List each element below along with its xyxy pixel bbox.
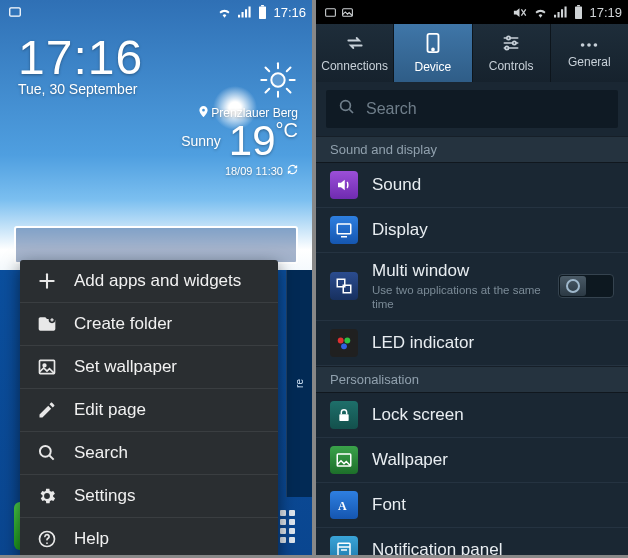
row-label: Lock screen <box>372 405 614 425</box>
menu-item-label: Help <box>74 529 109 549</box>
tab-label: Connections <box>321 59 388 73</box>
multi-window-toggle[interactable] <box>558 274 614 298</box>
svg-line-10 <box>266 89 270 93</box>
tab-general[interactable]: General <box>551 24 628 82</box>
sliders-icon <box>500 33 522 56</box>
homescreen-context-menu: Add apps and widgets Create folder Set w… <box>20 260 278 555</box>
row-font[interactable]: A Font <box>316 483 628 528</box>
tab-controls[interactable]: Controls <box>473 24 551 82</box>
battery-icon <box>574 5 583 19</box>
homescreen-phone: 17:16 17:16 Tue, 30 September Prenz <box>0 0 312 555</box>
row-led-indicator[interactable]: LED indicator <box>316 321 628 366</box>
menu-item-label: Settings <box>74 486 135 506</box>
row-label: Font <box>372 495 614 515</box>
svg-point-28 <box>432 49 434 51</box>
svg-text:A: A <box>338 498 347 512</box>
menu-help[interactable]: Help <box>20 518 278 555</box>
phone-device-icon <box>425 32 441 57</box>
multiwindow-icon <box>330 272 358 300</box>
svg-point-45 <box>344 337 350 343</box>
settings-list-sound-display: Sound Display Multi window Use two appli… <box>316 163 628 366</box>
signal-icon <box>554 6 568 18</box>
row-label: Multi window <box>372 261 544 281</box>
settings-phone: 17:19 Connections Device Controls Genera… <box>316 0 628 555</box>
sun-icon <box>258 60 298 104</box>
weather-unit: °C <box>276 119 298 141</box>
svg-point-36 <box>588 43 592 47</box>
svg-point-34 <box>505 46 508 49</box>
menu-create-folder[interactable]: Create folder <box>20 303 278 346</box>
display-icon <box>330 216 358 244</box>
row-label: Display <box>372 220 614 240</box>
svg-line-11 <box>287 68 291 72</box>
row-label: Sound <box>372 175 614 195</box>
screenshot-status-icon <box>324 6 337 19</box>
folder-plus-icon <box>36 313 58 335</box>
tab-label: General <box>568 55 611 69</box>
row-wallpaper[interactable]: Wallpaper <box>316 438 628 483</box>
svg-point-38 <box>341 101 351 111</box>
signal-icon <box>238 6 252 18</box>
notification-panel-icon <box>330 536 358 555</box>
svg-point-46 <box>341 343 347 349</box>
google-search-bar[interactable] <box>14 226 298 264</box>
row-label: Wallpaper <box>372 450 614 470</box>
settings-tabbar: Connections Device Controls General <box>316 24 628 82</box>
svg-point-16 <box>43 364 46 367</box>
row-subtitle: Use two applications at the same time <box>372 283 544 312</box>
svg-point-44 <box>338 337 344 343</box>
row-lock-screen[interactable]: Lock screen <box>316 393 628 438</box>
gear-icon <box>36 485 58 507</box>
wifi-icon <box>217 6 232 18</box>
wifi-icon <box>533 6 548 18</box>
status-time: 17:16 <box>273 5 306 20</box>
weather-widget[interactable]: Prenzlauer Berg Sunny 19°C 18/09 11:30 <box>181 60 298 177</box>
svg-rect-21 <box>326 8 336 16</box>
status-bar: 17:16 <box>0 0 312 24</box>
row-sound[interactable]: Sound <box>316 163 628 208</box>
svg-rect-26 <box>575 6 582 19</box>
settings-search[interactable]: Search <box>326 90 618 128</box>
svg-point-17 <box>40 446 51 457</box>
menu-item-label: Add apps and widgets <box>74 271 241 291</box>
settings-list-personalisation: Lock screen Wallpaper A Font Notificatio… <box>316 393 628 555</box>
menu-edit-page[interactable]: Edit page <box>20 389 278 432</box>
svg-rect-47 <box>339 414 348 421</box>
clock-widget[interactable]: 17:16 Tue, 30 September <box>18 30 149 97</box>
pencil-icon <box>36 399 58 421</box>
svg-line-39 <box>349 109 353 113</box>
menu-search[interactable]: Search <box>20 432 278 475</box>
tab-label: Controls <box>489 59 534 73</box>
location-pin-icon <box>199 106 208 120</box>
wallpaper-icon <box>330 446 358 474</box>
swap-icon <box>344 33 366 56</box>
menu-add-apps-widgets[interactable]: Add apps and widgets <box>20 260 278 303</box>
row-notification-panel[interactable]: Notification panel <box>316 528 628 555</box>
battery-icon <box>258 5 267 19</box>
search-icon <box>36 442 58 464</box>
led-icon <box>330 329 358 357</box>
dots-icon <box>578 38 600 52</box>
svg-point-37 <box>594 43 598 47</box>
menu-set-wallpaper[interactable]: Set wallpaper <box>20 346 278 389</box>
row-multi-window[interactable]: Multi window Use two applications at the… <box>316 253 628 321</box>
svg-line-18 <box>50 456 54 460</box>
menu-item-label: Search <box>74 443 128 463</box>
weather-temp: 19 <box>229 117 276 164</box>
svg-line-9 <box>287 89 291 93</box>
tab-device[interactable]: Device <box>394 24 472 82</box>
row-label: LED indicator <box>372 333 614 353</box>
sync-status-icon <box>8 5 22 19</box>
clock-time: 17:16 <box>18 30 143 85</box>
svg-rect-0 <box>10 8 21 16</box>
side-edge-handle[interactable]: re <box>286 270 312 497</box>
menu-settings[interactable]: Settings <box>20 475 278 518</box>
row-display[interactable]: Display <box>316 208 628 253</box>
image-status-icon <box>341 6 354 19</box>
weather-updated: 18/09 11:30 <box>225 165 283 177</box>
menu-item-label: Edit page <box>74 400 146 420</box>
tab-connections[interactable]: Connections <box>316 24 394 82</box>
tab-label: Device <box>415 60 452 74</box>
mute-icon <box>512 6 527 19</box>
svg-point-35 <box>581 43 585 47</box>
